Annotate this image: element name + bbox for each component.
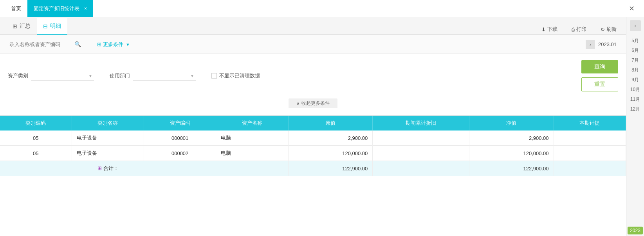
- cell-accumulated-dep: [373, 146, 469, 161]
- asset-category-select-wrap: [31, 71, 94, 80]
- chevron-down-icon: ▼: [126, 42, 130, 47]
- refresh-label: 刷新: [606, 26, 617, 33]
- sidebar-month-item[interactable]: 5月: [628, 36, 642, 46]
- tab-detail[interactable]: ⊟ 明细: [37, 18, 67, 35]
- col-original-value: 原值: [288, 116, 373, 131]
- col-category-code: 类别编码: [0, 116, 72, 131]
- sidebar-month-item[interactable]: 12月: [628, 104, 642, 114]
- refresh-button[interactable]: ↻ 刷新: [597, 24, 620, 34]
- cell-current-dep: [554, 146, 626, 161]
- print-icon: ⎙: [572, 27, 575, 32]
- filter-row: 资产类别 使用部门: [8, 60, 618, 91]
- table-row: 05 电子设备 000001 电脑 2,900.00 2,900.00: [0, 131, 626, 146]
- window-close-button[interactable]: ✕: [624, 4, 639, 13]
- tab-detail-label: 明细: [50, 23, 61, 30]
- download-label: 下载: [547, 26, 557, 33]
- cell-accumulated-dep: [373, 131, 469, 146]
- table-header-row: 类别编码 类别名称 资产编码 资产名称 原值 期初累计折旧 净值 本期计提: [0, 116, 626, 131]
- print-label: 打印: [576, 26, 586, 33]
- tab-summary[interactable]: ⊞ 汇总: [6, 18, 37, 35]
- more-filter-button[interactable]: ⊞ 更多条件 ▼: [97, 41, 130, 48]
- col-category-name: 类别名称: [72, 116, 144, 131]
- cell-original-value: 2,900.00: [288, 131, 373, 146]
- cell-original-value: 120,000.00: [288, 146, 373, 161]
- print-button[interactable]: ⎙ 打印: [568, 24, 590, 34]
- department-select-wrap: [133, 71, 196, 80]
- sidebar-month-item[interactable]: 7月: [628, 55, 642, 65]
- data-table-wrap: 类别编码 类别名称 资产编码 资产名称 原值 期初累计折旧 净值 本期计提 05…: [0, 116, 626, 236]
- collapse-label: 收起更多条件: [301, 100, 330, 107]
- asset-category-field: 资产类别: [8, 71, 94, 80]
- download-icon: ⬇: [541, 27, 546, 32]
- asset-category-select[interactable]: [31, 71, 94, 80]
- search-bar: 🔍 ⊞ 更多条件 ▼ › 2023.01: [0, 35, 626, 54]
- sidebar-month-item[interactable]: 11月: [628, 95, 642, 104]
- table-row: 05 电子设备 000002 电脑 120,000.00 120,000.00: [0, 146, 626, 161]
- cell-asset-name: 电脑: [216, 146, 288, 161]
- download-button[interactable]: ⬇ 下载: [538, 24, 561, 34]
- reset-button[interactable]: 重置: [581, 77, 618, 91]
- sidebar-month-item[interactable]: 6月: [628, 46, 642, 55]
- date-display: 2023.01: [598, 41, 620, 47]
- department-select[interactable]: [133, 71, 196, 80]
- nav-tab-label: 固定资产折旧统计表: [34, 5, 79, 12]
- total-original-value: 122,900.00: [288, 161, 373, 176]
- asset-category-label: 资产类别: [8, 72, 28, 79]
- cell-category-code: 05: [0, 146, 72, 161]
- month-list: 5月6月7月8月9月10月11月12月: [628, 36, 642, 114]
- hide-cleared-label: 不显示已清理数据: [219, 72, 260, 79]
- total-icon: ⊞: [97, 165, 102, 171]
- tab-bar: ⊞ 汇总 ⊟ 明细 ⬇ 下载 ⎙ 打印 ↻ 刷新: [0, 17, 626, 35]
- detail-icon: ⊟: [43, 23, 48, 29]
- year-badge[interactable]: 2023: [628, 227, 643, 234]
- col-asset-code: 资产编码: [144, 116, 216, 131]
- right-sidebar: › 5月6月7月8月9月10月11月12月 2023: [626, 17, 644, 236]
- search-input[interactable]: [9, 41, 72, 47]
- sidebar-expand-arrow[interactable]: ›: [630, 20, 641, 31]
- hide-cleared-checkbox[interactable]: [211, 73, 217, 79]
- hide-cleared-field: 不显示已清理数据: [211, 72, 260, 79]
- total-net-value: 122,900.00: [469, 161, 554, 176]
- nav-home[interactable]: 首页: [5, 0, 27, 17]
- main-panel: ⊞ 汇总 ⊟ 明细 ⬇ 下载 ⎙ 打印 ↻ 刷新: [0, 17, 626, 236]
- col-asset-name: 资产名称: [216, 116, 288, 131]
- sidebar-month-item[interactable]: 9月: [628, 75, 642, 85]
- nav-tab-close[interactable]: ×: [84, 6, 87, 11]
- query-button[interactable]: 查询: [581, 60, 618, 73]
- cell-current-dep: [554, 131, 626, 146]
- top-nav: 首页 固定资产折旧统计表 × ✕: [0, 0, 644, 17]
- filter-icon: ⊞: [97, 41, 101, 47]
- department-field: 使用部门: [110, 71, 196, 80]
- nav-tab-active[interactable]: 固定资产折旧统计表 ×: [27, 0, 93, 17]
- col-net-value: 净值: [469, 116, 554, 131]
- col-current-dep: 本期计提: [554, 116, 626, 131]
- filter-panel: 资产类别 使用部门: [0, 54, 626, 116]
- cell-category-code: 05: [0, 131, 72, 146]
- cell-net-value: 120,000.00: [469, 146, 554, 161]
- toolbar-right: ⬇ 下载 ⎙ 打印 ↻ 刷新: [538, 24, 620, 34]
- date-navigate-button[interactable]: ›: [586, 40, 595, 49]
- sidebar-month-item[interactable]: 10月: [628, 85, 642, 95]
- search-input-wrap: 🔍: [6, 39, 92, 49]
- col-accumulated-dep: 期初累计折旧: [373, 116, 469, 131]
- total-accumulated-dep: [373, 161, 469, 176]
- action-buttons: 查询 重置: [581, 60, 618, 91]
- cell-asset-name: 电脑: [216, 131, 288, 146]
- cell-category-name: 电子设备: [72, 146, 144, 161]
- refresh-icon: ↻: [601, 27, 605, 32]
- search-icon[interactable]: 🔍: [74, 41, 81, 47]
- cell-net-value: 2,900.00: [469, 131, 554, 146]
- content-area: ⊞ 汇总 ⊟ 明细 ⬇ 下载 ⎙ 打印 ↻ 刷新: [0, 17, 644, 236]
- tab-summary-label: 汇总: [20, 23, 31, 30]
- collapse-button[interactable]: ∧ 收起更多条件: [289, 98, 337, 108]
- total-label: ⊞合计：: [0, 161, 216, 176]
- collapse-icon: ∧: [296, 101, 300, 106]
- department-label: 使用部门: [110, 72, 130, 79]
- collapse-bar: ∧ 收起更多条件: [8, 96, 618, 112]
- cell-category-name: 电子设备: [72, 131, 144, 146]
- cell-asset-code: 000001: [144, 131, 216, 146]
- data-table: 类别编码 类别名称 资产编码 资产名称 原值 期初累计折旧 净值 本期计提 05…: [0, 116, 626, 176]
- summary-icon: ⊞: [13, 23, 17, 29]
- sidebar-month-item[interactable]: 8月: [628, 65, 642, 75]
- filter-label: 更多条件: [103, 41, 123, 48]
